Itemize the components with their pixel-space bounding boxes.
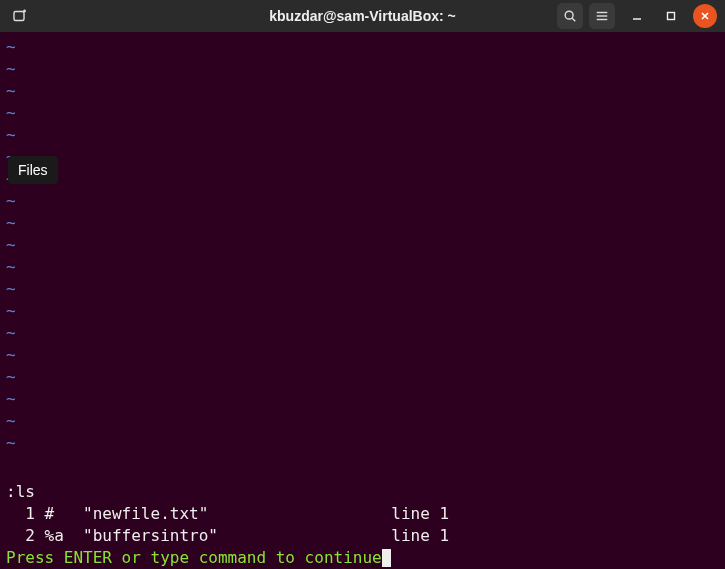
close-button[interactable] xyxy=(693,4,717,28)
window-titlebar: kbuzdar@sam-VirtualBox: ~ xyxy=(0,0,725,32)
vim-tilde-line: ~ xyxy=(6,80,719,102)
terminal-cursor xyxy=(382,549,391,567)
vim-tilde-line: ~ xyxy=(6,322,719,344)
vim-buffer-list: 1 # "newfile.txt" line 1 2 %a "buffersin… xyxy=(6,503,719,547)
vim-tilde-line: ~ xyxy=(6,212,719,234)
titlebar-left xyxy=(8,4,32,28)
titlebar-right xyxy=(557,3,717,29)
vim-tilde-line: ~ xyxy=(6,344,719,366)
svg-point-3 xyxy=(565,11,573,19)
menu-button[interactable] xyxy=(589,3,615,29)
svg-rect-9 xyxy=(668,13,675,20)
vim-tilde-line: ~ xyxy=(6,388,719,410)
vim-tilde-line: ~ xyxy=(6,58,719,80)
vim-tilde-line: ~ xyxy=(6,102,719,124)
terminal-viewport[interactable]: ~~~~~~~~~~~~~~~~~~~ :ls 1 # "newfile.txt… xyxy=(0,32,725,569)
close-icon xyxy=(699,10,711,22)
vim-buffer-entry: 2 %a "buffersintro" line 1 xyxy=(6,525,719,547)
svg-line-4 xyxy=(572,18,575,21)
svg-rect-0 xyxy=(14,12,24,21)
search-icon xyxy=(563,9,577,23)
minimize-button[interactable] xyxy=(625,4,649,28)
vim-tilde-line: ~ xyxy=(6,124,719,146)
vim-empty-lines: ~~~~~~~~~~~~~~~~~~~ xyxy=(6,36,719,454)
hamburger-icon xyxy=(595,9,609,23)
vim-command-line: :ls xyxy=(6,481,719,503)
window-title: kbuzdar@sam-VirtualBox: ~ xyxy=(269,8,456,24)
maximize-icon xyxy=(665,10,677,22)
vim-tilde-line: ~ xyxy=(6,146,719,168)
vim-tilde-line: ~ xyxy=(6,366,719,388)
vim-tilde-line: ~ xyxy=(6,278,719,300)
vim-command-output: :ls 1 # "newfile.txt" line 1 2 %a "buffe… xyxy=(6,481,719,569)
vim-tilde-line: ~ xyxy=(6,234,719,256)
vim-prompt-line: Press ENTER or type command to continue xyxy=(6,547,719,569)
vim-tilde-line: ~ xyxy=(6,36,719,58)
vim-buffer-entry: 1 # "newfile.txt" line 1 xyxy=(6,503,719,525)
maximize-button[interactable] xyxy=(659,4,683,28)
vim-tilde-line: ~ xyxy=(6,190,719,212)
new-tab-icon xyxy=(12,8,28,24)
files-tooltip: Files xyxy=(8,156,58,184)
search-button[interactable] xyxy=(557,3,583,29)
vim-tilde-line: ~ xyxy=(6,410,719,432)
new-tab-button[interactable] xyxy=(8,4,32,28)
vim-prompt-text: Press ENTER or type command to continue xyxy=(6,547,382,569)
vim-tilde-line: ~ xyxy=(6,300,719,322)
minimize-icon xyxy=(631,10,643,22)
vim-tilde-line: ~ xyxy=(6,168,719,190)
vim-tilde-line: ~ xyxy=(6,432,719,454)
vim-tilde-line: ~ xyxy=(6,256,719,278)
